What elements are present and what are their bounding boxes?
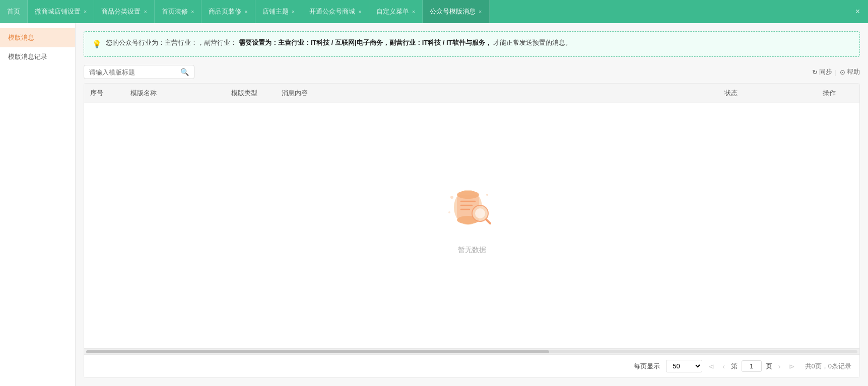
col-header-type: 模版类型 [225,84,276,103]
main-content-area: 💡 您的公众号行业为：主营行业：，副营行业： 需要设置为：主营行业：IT科技 /… [76,23,868,386]
banner-prefix: 您的公众号行业为：主营行业：，副营行业： [106,39,237,46]
help-button[interactable]: ⊙ 帮助 [840,67,860,76]
svg-line-9 [486,219,490,223]
total-info: 共0页，0条记录 [805,362,851,371]
nav-tab-open-shop[interactable]: 开通公众号商城× [302,0,369,23]
banner-suffix: 才能正常发送预置的消息。 [493,39,572,46]
col-header-action: 操作 [799,84,859,103]
sync-button[interactable]: ↻ 同步 [812,67,832,76]
search-input[interactable] [89,68,180,76]
svg-point-8 [475,208,485,218]
top-navigation: 首页微商城店铺设置×商品分类设置×首页装修×商品页装修×店铺主题×开通公众号商城… [0,0,868,23]
sidebar-item-template-message[interactable]: 模版消息 [0,28,75,47]
page-di-label: 第 [731,362,738,371]
close-tab-shop-theme[interactable]: × [292,9,295,15]
toolbar-right: ↻ 同步 | ⊙ 帮助 [812,67,860,76]
nav-tab-product-category[interactable]: 商品分类设置× [94,0,154,23]
empty-state: 暂无数据 [84,103,859,348]
col-header-content: 消息内容 [276,84,718,103]
toolbar: 🔍 ↻ 同步 | ⊙ 帮助 [84,65,860,79]
close-tab-template-msg[interactable]: × [479,9,482,15]
sync-icon: ↻ [812,68,818,76]
info-banner: 💡 您的公众号行业为：主营行业：，副营行业： 需要设置为：主营行业：IT科技 /… [84,31,860,57]
scrollbar-track [86,350,857,353]
toolbar-divider: | [835,68,837,76]
svg-point-11 [486,194,488,196]
page-size-select[interactable]: 50 10 20 100 [666,360,702,372]
search-box: 🔍 [84,65,194,79]
nav-tab-home[interactable]: 首页 [0,0,28,23]
close-all-tabs-button[interactable]: × [847,7,868,16]
nav-tab-home-decor[interactable]: 首页装修× [155,0,202,23]
data-table: 序号 模版名称 模版类型 消息内容 状态 操作 [84,83,860,378]
main-layout: 模版消息模版消息记录 💡 您的公众号行业为：主营行业：，副营行业： 需要设置为：… [0,23,868,386]
svg-point-12 [448,211,450,213]
nav-tab-template-msg[interactable]: 公众号模版消息× [423,0,489,23]
empty-text: 暂无数据 [458,246,486,255]
per-page-label: 每页显示 [634,362,660,371]
nav-tab-shop-theme[interactable]: 店铺主题× [255,0,302,23]
close-tab-home-decor[interactable]: × [191,9,194,15]
table-header: 序号 模版名称 模版类型 消息内容 状态 操作 [84,84,859,103]
scrollbar-thumb [86,350,549,353]
sidebar-item-template-message-log[interactable]: 模版消息记录 [0,47,75,66]
next-page-button[interactable]: › [776,361,783,371]
banner-highlight: 需要设置为：主营行业：IT科技 / 互联网|电子商务，副营行业：IT科技 / I… [239,39,492,46]
svg-point-2 [457,191,479,199]
bulb-icon: 💡 [92,38,102,50]
sync-label: 同步 [819,67,832,76]
current-page-input[interactable] [742,360,762,372]
prev-page-button[interactable]: ‹ [720,361,727,371]
search-icon[interactable]: 🔍 [180,68,189,76]
close-tab-open-shop[interactable]: × [358,9,361,15]
close-tab-custom-menu[interactable]: × [412,9,415,15]
horizontal-scrollbar[interactable] [84,348,859,354]
col-header-status: 状态 [718,84,799,103]
help-icon: ⊙ [840,68,845,76]
svg-point-10 [450,196,453,199]
close-tab-product-category[interactable]: × [144,9,147,15]
nav-tab-wechat-shop[interactable]: 微商城店铺设置× [28,0,94,23]
col-header-seq: 序号 [84,84,124,103]
col-header-name: 模版名称 [124,84,225,103]
nav-tab-product-decor[interactable]: 商品页装修× [202,0,255,23]
empty-illustration [442,177,502,238]
first-page-button[interactable]: ⊲ [706,361,716,371]
page-label: 页 [766,362,772,371]
pagination: 每页显示 50 10 20 100 ⊲ ‹ 第 页 › ⊳ 共0页，0条记录 [84,354,859,377]
close-tab-product-decor[interactable]: × [244,9,247,15]
close-tab-wechat-shop[interactable]: × [84,9,87,15]
last-page-button[interactable]: ⊳ [787,361,797,371]
banner-text: 您的公众号行业为：主营行业：，副营行业： 需要设置为：主营行业：IT科技 / 互… [106,38,572,48]
sidebar: 模版消息模版消息记录 [0,23,76,386]
help-label: 帮助 [847,67,860,76]
nav-tab-custom-menu[interactable]: 自定义菜单× [369,0,423,23]
